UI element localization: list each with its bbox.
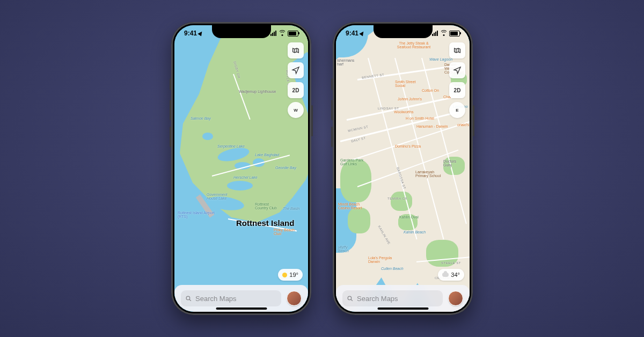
poi-gardens[interactable]: Gardens Park Golf Links	[340, 158, 367, 166]
poi-airport[interactable]: Rottnest Island Airport (RTS)	[178, 211, 215, 218]
status-time: 9:41	[184, 30, 197, 37]
cellular-signal-icon	[432, 31, 438, 36]
compass-button[interactable]: E	[449, 102, 465, 118]
svg-line-1	[189, 299, 191, 301]
notch	[212, 25, 271, 38]
promo-stage: 9:41	[0, 0, 644, 337]
svg-point-0	[186, 296, 190, 300]
search-placeholder: Search Maps	[195, 295, 237, 303]
location-services-icon	[359, 30, 365, 36]
locate-me-button[interactable]	[449, 62, 465, 78]
street-steele: STEELE ST	[441, 261, 461, 265]
poi-basin[interactable]: The Basin	[283, 207, 300, 210]
svg-point-2	[348, 296, 352, 300]
notch	[374, 25, 433, 38]
poi-lighthouse[interactable]: Wadjemup Lighthouse	[239, 90, 276, 93]
poi-gov-house[interactable]: Government House Lake	[207, 193, 239, 200]
location-services-icon	[197, 30, 203, 36]
compass-button[interactable]: W	[288, 102, 304, 118]
poi-yllyffy[interactable]: yllyffy Beach	[338, 245, 354, 253]
home-indicator[interactable]	[216, 307, 267, 310]
search-input[interactable]: Search Maps	[342, 290, 443, 306]
search-icon	[185, 295, 192, 302]
view-mode-button[interactable]: 2D	[288, 82, 304, 98]
battery-icon	[288, 31, 298, 36]
poi-woolworths[interactable]: Woolworths	[394, 110, 413, 114]
poi-herschel[interactable]: Herschel Lake	[233, 175, 258, 179]
poi-smith-social[interactable]: Smith Street Social	[395, 80, 422, 87]
poi-cullen[interactable]: Cullen Beach	[381, 267, 404, 270]
poi-pinky[interactable]: Pinky Beach Club	[274, 228, 295, 236]
map-layers-button[interactable]	[449, 42, 465, 58]
poi-kahlin-beach[interactable]: Kahlin Beach	[404, 230, 426, 234]
poi-baghdad[interactable]: Lake Baghdad	[255, 153, 279, 157]
search-placeholder: Search Maps	[357, 295, 398, 303]
street-lindsay: LINDSAY ST	[378, 107, 399, 110]
poi-fishermans[interactable]: ishermans harf	[337, 58, 361, 66]
poi-serpentine[interactable]: Serpentine Lake	[217, 144, 245, 148]
weather-pill[interactable]: 19°	[278, 269, 303, 281]
phone-mock-left: 9:41	[171, 22, 311, 315]
street-temira: TEMIRA CR	[387, 197, 407, 200]
search-icon	[347, 295, 354, 302]
poi-larrakeyah[interactable]: Larrakeyah Primary School	[415, 170, 445, 178]
poi-cotton[interactable]: Cotton On	[422, 89, 439, 92]
status-time: 9:41	[346, 30, 358, 37]
wifi-icon	[279, 31, 286, 36]
weather-cloud-icon	[442, 273, 449, 277]
map-controls: 2D W	[288, 42, 304, 118]
weather-pill[interactable]: 34°	[438, 269, 464, 281]
wifi-icon	[440, 31, 447, 36]
poi-country-club[interactable]: Rottnest Country Club	[255, 202, 280, 210]
home-indicator[interactable]	[377, 307, 428, 310]
temperature-value: 34°	[451, 272, 460, 278]
poi-johnn[interactable]: Johnn Johnn's	[398, 97, 422, 101]
poi-geordie[interactable]: Geordie Bay	[275, 166, 296, 170]
poi-hanuman[interactable]: Hanuman - Darwin	[416, 124, 448, 128]
weather-sun-icon	[282, 273, 287, 277]
poi-lola[interactable]: Lola's Pergola Darwin	[368, 256, 398, 263]
profile-avatar[interactable]	[448, 291, 463, 306]
poi-salmon-bay[interactable]: Salmon Bay	[191, 116, 211, 120]
search-input[interactable]: Search Maps	[181, 290, 281, 306]
poi-onalds[interactable]: onald's	[457, 123, 469, 127]
battery-icon	[449, 31, 460, 36]
svg-line-3	[351, 299, 353, 301]
map-layers-button[interactable]	[288, 42, 304, 58]
poi-mindil[interactable]: Mindil Beach Casino Resort	[338, 202, 365, 210]
poi-dominos[interactable]: Domino's Pizza	[395, 144, 421, 148]
poi-h-smith[interactable]: H on Smith Hotel	[406, 116, 434, 120]
locate-me-button[interactable]	[288, 62, 304, 78]
poi-doctors[interactable]: Doctors Gully	[443, 159, 464, 167]
phone-mock-right: 9:41	[333, 22, 473, 315]
cellular-signal-icon	[270, 31, 276, 36]
view-mode-button[interactable]: 2D	[449, 82, 465, 98]
poi-jetty[interactable]: The Jetty Steak & Seafood Restaurant	[395, 41, 433, 49]
map-controls: 2D E	[449, 42, 465, 118]
poi-kahlin-oval[interactable]: Kahlin Oval	[399, 215, 419, 219]
main-place-label[interactable]: Rottnest Island	[236, 218, 294, 228]
temperature-value: 19°	[289, 272, 298, 278]
profile-avatar[interactable]	[287, 291, 302, 306]
